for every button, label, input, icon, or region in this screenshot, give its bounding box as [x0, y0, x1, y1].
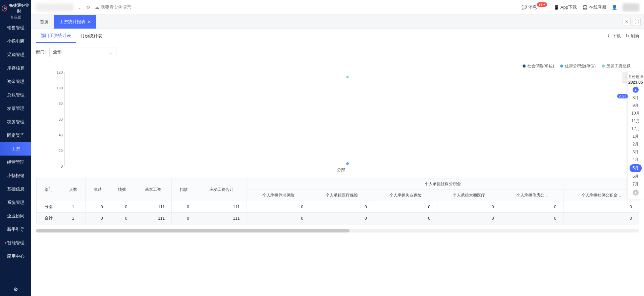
sidebar-item-label: 总账管理 — [7, 92, 24, 97]
month-option[interactable]: 2月 — [628, 140, 644, 148]
sidebar-item-3[interactable]: 库存核算 — [0, 61, 31, 75]
chart-ytick: 100 — [48, 86, 63, 90]
table-row: 分部1001110111000000 — [37, 201, 639, 213]
month-scroll-down[interactable]: ▼ — [633, 189, 639, 196]
sidebar-item-label: 库存核算 — [7, 66, 24, 71]
brand-name: 畅捷通好业财 — [8, 3, 30, 14]
month-option[interactable]: 3月 — [628, 148, 644, 156]
sidebar-item-10[interactable]: 经营管理 — [0, 156, 31, 169]
report-subtab-1[interactable]: 月份统计表 — [76, 29, 107, 43]
scrollbar-thumb[interactable] — [36, 229, 350, 232]
refresh-label: 刷新 — [631, 33, 639, 39]
table-cell: 0 — [172, 213, 196, 224]
table-header: 绩效 — [110, 178, 134, 201]
sidebar-item-15[interactable]: 新手引导 — [0, 223, 31, 236]
sidebar-item-17[interactable]: 应用中心 — [0, 250, 31, 263]
table-cell: 0 — [110, 201, 134, 213]
month-option[interactable]: 1月 — [628, 133, 644, 140]
tab-close-icon[interactable]: ✕ — [88, 19, 91, 24]
dept-select-value: 全部 — [53, 49, 62, 55]
chart-ytick: 40 — [48, 133, 63, 137]
page-tab-1[interactable]: 工资统计报表✕ — [54, 15, 96, 29]
sidebar: 畅捷通好业财 专业版 销售管理小畅电商采购管理库存核算资金管理总账管理发票管理税… — [0, 0, 31, 296]
legend-dot-icon — [602, 65, 605, 68]
cloud-icon: ☁ — [95, 5, 99, 10]
support-label: 在线客服 — [589, 4, 606, 10]
month-option[interactable]: 8月 — [628, 94, 644, 102]
sidebar-settings[interactable]: ⚙ — [0, 283, 31, 296]
month-option[interactable]: 11月 — [628, 117, 644, 125]
sidebar-item-1[interactable]: 小畅电商 — [0, 35, 31, 48]
month-option[interactable]: 10月 — [628, 110, 644, 117]
legend-item-0[interactable]: 社会保险(单位) — [523, 63, 554, 69]
page-tab-0[interactable]: 首页 — [35, 15, 54, 29]
user-name-blurred[interactable] — [623, 3, 639, 11]
sidebar-item-5[interactable]: 总账管理 — [0, 88, 31, 102]
top-header: ⌄ ⚙ ☁ 我要看实例演示 💬 消息 99 + 📱 App下载 🎧 — [31, 0, 644, 15]
sidebar-item-7[interactable]: 税务管理 — [0, 115, 31, 129]
sidebar-item-11[interactable]: 小畅报销 — [0, 169, 31, 182]
horizontal-scrollbar[interactable] — [36, 229, 639, 232]
sidebar-item-label: 智能管理 — [7, 240, 24, 245]
chart-data-point — [346, 76, 349, 78]
month-picker-panel: 月份选择 2023.05 ▲ 8月9月10月11月12月1月2月3月4月5月6月… — [627, 72, 644, 199]
table-header: 个人承担大额医疗 — [437, 190, 501, 201]
sidebar-item-0[interactable]: 销售管理 — [0, 21, 31, 35]
sidebar-item-label: 基础信息 — [7, 186, 24, 192]
fullscreen-button[interactable]: ⛶ — [633, 18, 641, 26]
refresh-button[interactable]: ↻ 刷新 — [626, 33, 639, 39]
demo-link[interactable]: ☁ 我要看实例演示 — [95, 4, 131, 10]
month-option[interactable]: 5月 — [630, 164, 642, 172]
sidebar-item-16[interactable]: 智能管理 — [0, 236, 31, 250]
legend-item-2[interactable]: 应发工资总额 — [602, 63, 631, 69]
salary-table: 部门人数津贴绩效基本工资扣款应发工资合计个人承担社保公积金个人承担养老保险个人承… — [36, 178, 639, 224]
month-scroll-up[interactable]: ▲ — [633, 87, 639, 93]
table-cell: 0 — [374, 201, 437, 213]
chart-ytick: 20 — [48, 149, 63, 153]
table-cell: 111 — [134, 213, 172, 224]
legend-label: 住房公积金(单位) — [565, 63, 596, 69]
app-download-button[interactable]: 📱 App下载 — [554, 4, 577, 10]
report-subtab-0[interactable]: 部门工资统计表 — [36, 29, 76, 43]
sidebar-item-8[interactable]: 固定资产 — [0, 129, 31, 142]
company-name-blurred[interactable] — [36, 3, 73, 11]
sidebar-item-9[interactable]: 工资 — [0, 142, 31, 156]
month-option[interactable]: 12月 — [628, 125, 644, 133]
table-cell: 0 — [501, 213, 563, 224]
download-button[interactable]: ⭳ 下载 — [606, 33, 621, 39]
month-panel-collapse[interactable]: › — [623, 72, 627, 83]
header-gear-icon[interactable]: ⚙ — [86, 5, 90, 10]
sidebar-item-14[interactable]: 企业协同 — [0, 209, 31, 223]
user-avatar-icon[interactable]: 👤 — [612, 5, 617, 10]
table-cell: 0 — [437, 213, 501, 224]
sidebar-item-12[interactable]: 基础信息 — [0, 182, 31, 196]
sidebar-item-2[interactable]: 采购管理 — [0, 48, 31, 61]
month-option[interactable]: 9月 — [628, 102, 644, 110]
table-cell: 0 — [374, 213, 437, 224]
table-cell: 111 — [196, 213, 247, 224]
dept-filter-label: 部门: — [36, 49, 46, 55]
sidebar-item-6[interactable]: 发票管理 — [0, 102, 31, 115]
table-cell: 0 — [563, 213, 639, 224]
messages-button[interactable]: 💬 消息 99 + — [522, 4, 548, 10]
legend-item-1[interactable]: 住房公积金(单位) — [560, 63, 596, 69]
table-cell: 0 — [110, 213, 134, 224]
chart-area: 社会保险(单位)住房公积金(单位)应发工资总额 020406080100120 … — [31, 61, 644, 173]
messages-badge: 99 + — [537, 2, 547, 7]
support-button[interactable]: 🎧 在线客服 — [582, 4, 606, 10]
month-option[interactable]: 4月 — [628, 156, 644, 164]
tab-label: 工资统计报表 — [59, 19, 86, 25]
sidebar-item-label: 发票管理 — [7, 106, 24, 111]
year-divider-tag: 2023 — [617, 94, 628, 98]
dept-select[interactable]: 全部 ⌄ — [49, 47, 116, 57]
sidebar-item-label: 小畅电商 — [7, 39, 24, 44]
month-option[interactable]: 7月 — [628, 180, 644, 188]
month-option[interactable]: 6月 — [628, 173, 644, 180]
filter-row: 部门: 全部 ⌄ — [31, 43, 644, 61]
close-all-tabs-button[interactable]: ✕ — [623, 18, 631, 26]
sidebar-item-4[interactable]: 资金管理 — [0, 75, 31, 88]
company-dropdown-icon[interactable]: ⌄ — [78, 5, 82, 10]
legend-label: 应发工资总额 — [606, 63, 631, 69]
sidebar-item-13[interactable]: 系统管理 — [0, 196, 31, 209]
sidebar-item-label: 采购管理 — [7, 52, 24, 57]
